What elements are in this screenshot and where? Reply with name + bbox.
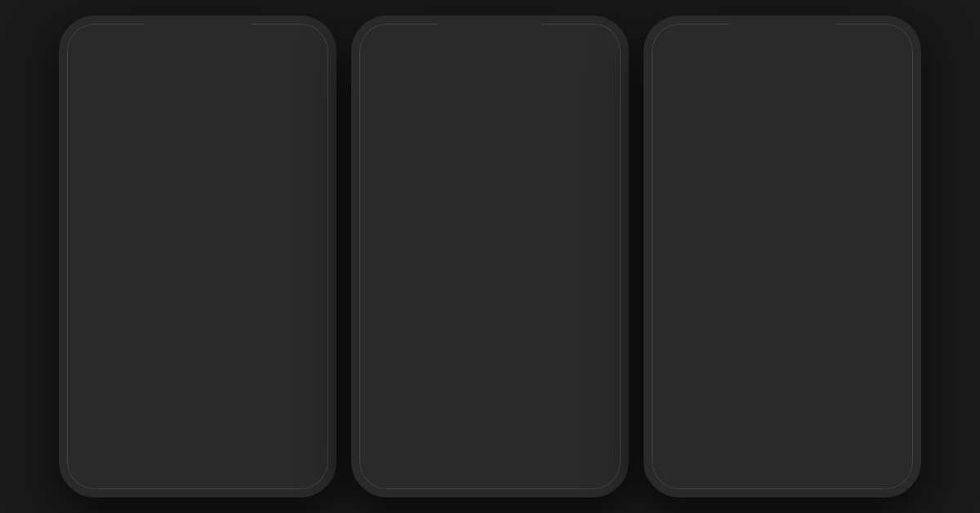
status-bar: 11:38 ▲▲▲ WiFi ▓ [652, 24, 913, 60]
related-tag[interactable]: #newyork [703, 251, 742, 261]
status-time: 11:39 [376, 42, 403, 55]
related-tag[interactable]: #ny [804, 251, 818, 261]
grid-item[interactable] [447, 378, 532, 423]
heart-icon[interactable]: ♡ [236, 459, 252, 480]
related-tag[interactable]: #iphonephotog [544, 251, 604, 261]
video-icon: ▶ [435, 381, 442, 390]
battery-icon: ▓ [890, 45, 897, 55]
related-tag[interactable]: #newyorkcity [746, 251, 799, 261]
related-label: Related: [80, 251, 114, 261]
most-recent-count: 3,122,493 posts [261, 432, 318, 441]
search-icon[interactable]: ⌕ [426, 459, 437, 480]
grid-item[interactable] [67, 378, 153, 423]
post-count: 2,091,196 posts [455, 187, 524, 199]
home-icon[interactable]: ⌂ [86, 459, 96, 480]
top-posts-header: TOP POSTS [359, 267, 621, 285]
video-icon: ▶ [728, 288, 734, 297]
tag-name: #nyc [768, 171, 797, 185]
search-icon[interactable]: ⌕ [719, 459, 729, 480]
avatar: # [172, 109, 223, 160]
profile-icon[interactable]: ◯ [581, 459, 602, 480]
posts-grid: ▶ [359, 285, 621, 423]
top-posts-header: TOP POSTS [652, 267, 913, 285]
heart-icon[interactable]: ♡ [821, 459, 837, 480]
profile-section: # #nyc 88,560,290 posts Follow [652, 96, 913, 248]
profile-icon[interactable]: ◯ [289, 459, 310, 480]
follow-button[interactable]: Follow [717, 207, 848, 231]
status-time: 11:38 [668, 42, 695, 55]
back-button[interactable]: ‹ [665, 68, 670, 87]
hashtag-badge: # [208, 144, 225, 160]
most-recent-bar: MOST RECENT 2,091,196 posts [359, 423, 621, 449]
related-tag[interactable]: #thescientist [203, 251, 252, 261]
most-recent-label: MOST RECENT [369, 432, 433, 441]
related-section: Related: #newyork#newyorkcity#ny#manhatt… [652, 248, 913, 267]
home-icon[interactable]: ⌂ [378, 459, 389, 480]
grid-item[interactable] [535, 378, 621, 423]
tag-name: #coldplay [167, 171, 228, 185]
share-button[interactable]: ✈ [305, 69, 315, 85]
phone-coldplay: 11:39 ▲▲▲ WiFi ▓ ‹ ✈ # #coldplay 3,122,4… [59, 16, 336, 497]
phone-shotoniphone: 11:39 ▲▲▲ WiFi ▓ ‹ ✈ # #shotoniphone 2,0… [351, 16, 629, 497]
nav-bar: ‹ ✈ [652, 60, 913, 96]
back-button[interactable]: ‹ [80, 68, 86, 87]
most-recent-count: 88,560,290 posts [840, 432, 903, 441]
follow-button[interactable]: Following [425, 207, 555, 231]
related-tag[interactable]: #aheadfullofdreams [118, 251, 198, 261]
search-icon[interactable]: ⌕ [134, 459, 145, 480]
back-button[interactable]: ‹ [372, 68, 378, 87]
bottom-nav: ⌂ ⌕ + ♡ ◯ [359, 449, 621, 489]
grid-item[interactable] [154, 378, 240, 423]
profile-icon[interactable]: ◯ [874, 459, 894, 480]
hashtag-badge: # [501, 144, 517, 160]
most-recent-bar: MOST RECENT 3,122,493 posts [67, 423, 328, 449]
signal-icon: ▲▲▲ [252, 45, 279, 55]
add-icon[interactable]: + [181, 460, 198, 480]
follow-button[interactable]: Follow [132, 207, 263, 231]
video-icon: ▶ [231, 288, 238, 297]
heart-icon[interactable]: ♡ [528, 459, 545, 480]
related-tag[interactable]: #manhattan [822, 251, 870, 261]
related-tag[interactable]: #shotoniphone6 [411, 251, 474, 261]
grid-image [67, 378, 153, 423]
grid-image [243, 378, 328, 423]
share-button[interactable]: ✈ [889, 69, 900, 85]
video-icon: ▶ [231, 335, 238, 344]
top-posts-header: TOP POSTS [67, 267, 328, 285]
add-icon[interactable]: + [766, 460, 783, 480]
grid-item[interactable]: ▶ [243, 378, 328, 423]
phone-nyc: 11:38 ▲▲▲ WiFi ▓ ‹ ✈ # #nyc 88,560,290 p… [644, 16, 921, 497]
grid-item[interactable] [827, 378, 913, 423]
avatar: # [757, 109, 808, 160]
related-section: Related: #shotoniphone6#iphonography#iph… [359, 248, 621, 267]
most-recent-count: 2,091,196 posts [553, 432, 611, 441]
most-recent-label: MOST RECENT [77, 432, 140, 441]
grid-image [535, 378, 621, 423]
posts-grid: ▶ ▶ ▶ [67, 285, 328, 423]
tag-name: #shotoniphone [443, 171, 537, 185]
grid-item[interactable] [652, 378, 737, 423]
status-icons: ▲▲▲ WiFi ▓ [837, 45, 897, 55]
grid-item[interactable] [739, 378, 825, 423]
grid-item[interactable]: ▶ [359, 378, 445, 423]
battery-icon: ▓ [598, 45, 604, 55]
grid-image [739, 378, 825, 423]
add-icon[interactable]: + [474, 460, 491, 480]
grid-image [359, 378, 445, 423]
phone-screen: 11:38 ▲▲▲ WiFi ▓ ‹ ✈ # #nyc 88,560,290 p… [652, 24, 913, 489]
video-icon: ▶ [318, 381, 325, 390]
signal-icon: ▲▲▲ [837, 45, 864, 55]
grid-image [154, 378, 240, 423]
battery-icon: ▓ [305, 45, 312, 55]
nav-bar: ‹ ✈ [359, 60, 621, 96]
status-icons: ▲▲▲ WiFi ▓ [545, 45, 604, 55]
share-button[interactable]: ✈ [597, 69, 608, 85]
video-icon: ▶ [143, 288, 149, 297]
home-icon[interactable]: ⌂ [670, 459, 681, 480]
phone-screen: 11:39 ▲▲▲ WiFi ▓ ‹ ✈ # #coldplay 3,122,4… [67, 24, 328, 489]
related-tag[interactable]: #iphonography [479, 251, 539, 261]
related-tag[interactable]: #askyfullofsta [257, 251, 312, 261]
signal-icon: ▲▲▲ [545, 45, 572, 55]
post-count: 88,560,290 posts [745, 187, 820, 199]
status-bar: 11:39 ▲▲▲ WiFi ▓ [359, 24, 621, 60]
